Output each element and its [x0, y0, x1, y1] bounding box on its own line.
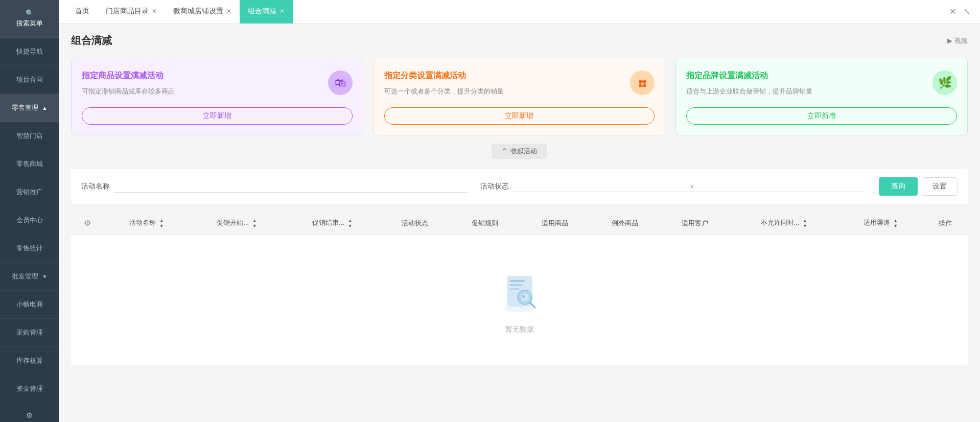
category-card-add-button[interactable]: 立即新增: [384, 107, 655, 125]
tab-product-catalog[interactable]: 门店商品目录 ✕: [98, 0, 165, 24]
tab-home-label: 首页: [75, 7, 89, 16]
th-customer-label: 适用客户: [682, 219, 708, 227]
product-card-add-button[interactable]: 立即新增: [82, 107, 353, 125]
activity-name-input[interactable]: [114, 180, 468, 193]
play-circle-icon: ▶: [947, 37, 952, 44]
gear-icon: ⚙: [84, 219, 91, 227]
sidebar-item-finance[interactable]: 资金管理: [0, 375, 59, 403]
sidebar-search[interactable]: 🔍 搜索菜单: [0, 0, 59, 38]
sidebar-item-label: 营销推广: [16, 187, 43, 197]
sidebar: 🔍 搜索菜单 快捷导航 项目合同 零售管理 ▲ 智慧门店 零售商城 营销推广 会…: [0, 0, 59, 422]
product-card-title: 指定商品设置满减活动: [82, 71, 353, 81]
sidebar-item-purchase[interactable]: 采购管理: [0, 319, 59, 347]
sidebar-item-label: 智慧门店: [16, 131, 43, 140]
sidebar-item-member[interactable]: 会员中心: [0, 206, 59, 235]
collapse-bar: ⌃ 收起活动: [71, 144, 968, 159]
tab-wechat-store-close[interactable]: ✕: [226, 8, 231, 15]
th-exclude: 例外商品: [590, 212, 660, 235]
th-goods: 适用商品: [520, 212, 590, 235]
activity-name-label: 活动名称: [81, 182, 110, 191]
table-header-row: ⚙ 活动名称 ▲▼ 促销开始... ▲▼ 促销结束...: [71, 212, 968, 235]
svg-point-6: [521, 293, 529, 301]
svg-point-8: [522, 295, 525, 298]
th-goods-label: 适用商品: [542, 219, 568, 227]
video-link[interactable]: ▶ 视频: [947, 36, 968, 45]
settings-button[interactable]: 设置: [922, 177, 958, 196]
activity-table: ⚙ 活动名称 ▲▼ 促销开始... ▲▼ 促销结束...: [71, 212, 968, 365]
sidebar-item-retail-mall[interactable]: 零售商城: [0, 150, 59, 178]
sidebar-item-label: 批发管理: [12, 272, 38, 281]
th-start[interactable]: 促销开始... ▲▼: [189, 212, 285, 235]
filter-row: 活动名称 活动状态 ∨ 查询 设置: [71, 169, 968, 204]
sidebar-item-label: 项目合同: [16, 75, 43, 84]
category-activity-card: ▦ 指定分类设置满减活动 可选一个或者多个分类，提升分类的销量 立即新增: [374, 58, 666, 135]
svg-point-0: [504, 306, 535, 312]
tab-home[interactable]: 首页: [67, 0, 98, 24]
activity-name-filter: 活动名称: [81, 180, 468, 193]
th-status-label: 活动状态: [402, 219, 428, 227]
chevron-down-icon: ▼: [42, 274, 48, 279]
activity-status-select[interactable]: ∨: [513, 180, 867, 192]
sidebar-item-label: 资金管理: [16, 384, 43, 393]
sidebar-item-project[interactable]: 项目合同: [0, 66, 59, 94]
th-no-overlap[interactable]: 不允许同时... ▲▼: [730, 212, 838, 235]
brand-card-add-button[interactable]: 立即新增: [686, 107, 957, 125]
resize-window-icon[interactable]: ⤡: [962, 7, 972, 17]
tab-product-catalog-close[interactable]: ✕: [152, 8, 157, 15]
sort-icon: ▲▼: [893, 218, 898, 228]
close-window-icon[interactable]: ✕: [947, 7, 958, 17]
sidebar-item-label: 会员中心: [16, 216, 43, 225]
tab-combo-discount-close[interactable]: ✕: [279, 8, 285, 15]
sidebar-item-smart-store[interactable]: 智慧门店: [0, 122, 59, 150]
th-channel[interactable]: 适用渠道 ▲▼: [838, 212, 923, 235]
collapse-activity-button[interactable]: ⌃ 收起活动: [492, 144, 547, 159]
tab-product-catalog-label: 门店商品目录: [106, 7, 149, 16]
gear-icon: ⚙: [26, 411, 33, 419]
th-end[interactable]: 促销结束... ▲▼: [285, 212, 380, 235]
sort-icon: ▲▼: [159, 218, 164, 228]
search-icon: 🔍: [26, 9, 34, 17]
th-rule-label: 促销规则: [472, 219, 498, 227]
sidebar-item-label: 库存核算: [16, 356, 43, 365]
page-header: 组合满减 ▶ 视频: [71, 34, 968, 48]
brand-activity-card: 🌿 指定品牌设置满减活动 适合与上游企业联合做营销，提升品牌销量 立即新增: [675, 58, 968, 135]
sidebar-item-label: 小畅电商: [16, 300, 43, 309]
sort-icon: ▲▼: [252, 218, 257, 228]
empty-state: 暂无数据: [71, 235, 968, 365]
sidebar-item-wholesale[interactable]: 批发管理 ▼: [0, 263, 59, 291]
sidebar-item-xpc[interactable]: 小畅电商: [0, 291, 59, 319]
th-customer: 适用客户: [660, 212, 730, 235]
category-card-desc: 可选一个或者多个分类，提升分类的销量: [384, 86, 655, 97]
main-area: 首页 门店商品目录 ✕ 微商城店铺设置 ✕ 组合满减 ✕ ✕ ⤡ 组合满减 ▶: [59, 0, 980, 422]
sidebar-item-marketing[interactable]: 营销推广: [0, 178, 59, 206]
activity-cards: 🛍 指定商品设置满减活动 可指定滞销商品或库存较多商品 立即新增 ▦ 指定分类设…: [71, 58, 968, 135]
tab-wechat-store[interactable]: 微商城店铺设置 ✕: [165, 0, 240, 24]
content-area: 组合满减 ▶ 视频 🛍 指定商品设置满减活动 可指定滞销商品或库存较多商品 立即…: [59, 24, 980, 422]
th-name[interactable]: 活动名称 ▲▼: [104, 212, 189, 235]
product-card-desc: 可指定滞销商品或库存较多商品: [82, 86, 353, 97]
sidebar-settings[interactable]: ⚙: [0, 403, 59, 422]
th-start-label: 促销开始...: [217, 219, 249, 226]
tab-combo-discount[interactable]: 组合满减 ✕: [240, 0, 293, 24]
activity-status-label: 活动状态: [480, 182, 509, 191]
sidebar-item-inventory[interactable]: 库存核算: [0, 347, 59, 375]
video-link-label: 视频: [954, 36, 968, 45]
sidebar-item-retail-stats[interactable]: 零售统计: [0, 235, 59, 263]
sidebar-item-retail[interactable]: 零售管理 ▲: [0, 94, 59, 122]
tab-bar: 首页 门店商品目录 ✕ 微商城店铺设置 ✕ 组合满减 ✕ ✕ ⤡: [59, 0, 980, 24]
tab-wechat-store-label: 微商城店铺设置: [173, 7, 223, 16]
th-exclude-label: 例外商品: [612, 219, 638, 227]
brand-card-icon: 🌿: [932, 71, 957, 95]
th-no-overlap-label: 不允许同时...: [761, 219, 800, 226]
th-action-label: 操作: [939, 219, 952, 227]
svg-rect-4: [509, 288, 520, 290]
query-button[interactable]: 查询: [879, 177, 918, 196]
th-gear[interactable]: ⚙: [71, 212, 104, 235]
svg-rect-2: [509, 280, 525, 282]
activity-status-filter: 活动状态 ∨: [480, 180, 867, 192]
sidebar-item-quick-nav[interactable]: 快捷导航: [0, 38, 59, 66]
th-status: 活动状态: [380, 212, 450, 235]
filter-buttons: 查询 设置: [879, 177, 958, 196]
th-channel-label: 适用渠道: [864, 219, 890, 226]
th-action: 操作: [923, 212, 968, 235]
